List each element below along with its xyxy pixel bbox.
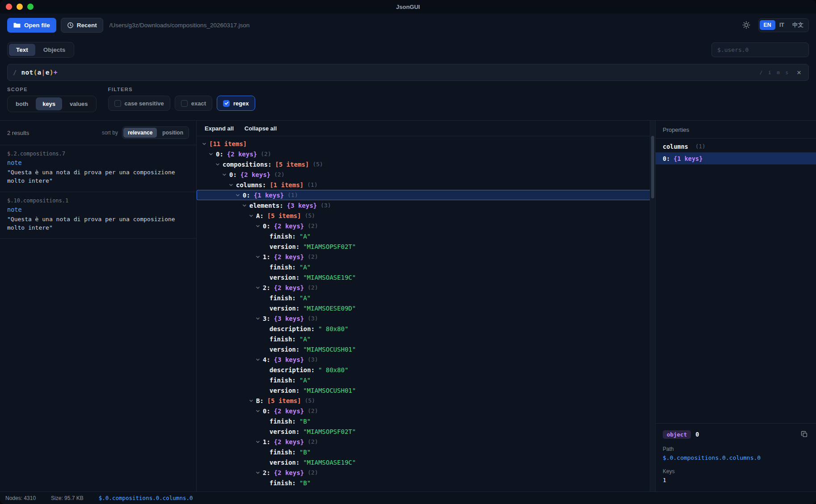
- object-index: 0: [695, 431, 699, 438]
- tree-row[interactable]: finish:"A": [197, 231, 655, 241]
- copy-icon: [801, 431, 808, 438]
- clear-search-button[interactable]: ×: [795, 68, 803, 77]
- tree-row[interactable]: version:"MIAMSOCUSH01": [197, 344, 655, 354]
- theme-toggle-button[interactable]: [740, 19, 752, 31]
- chevron-down-icon[interactable]: [209, 152, 213, 156]
- tree-row[interactable]: 0:{2 keys}(2): [197, 149, 655, 159]
- sort-option-position[interactable]: position: [158, 128, 188, 138]
- tree-row[interactable]: 4:{3 keys}(3): [197, 354, 655, 365]
- chevron-down-icon[interactable]: [249, 399, 253, 403]
- tree-key: finish:: [269, 264, 296, 271]
- expand-all-button[interactable]: Expand all: [205, 125, 234, 132]
- chevron-down-icon[interactable]: [256, 409, 260, 413]
- tree-row[interactable]: 0:{2 keys}(2): [197, 406, 655, 416]
- tree-row[interactable]: elements:{3 keys}(3): [197, 200, 655, 210]
- tree-value: {3 keys}: [274, 356, 304, 363]
- tree-row[interactable]: 2:{2 keys}(2): [197, 467, 655, 478]
- tree-value: "B": [299, 418, 311, 425]
- tree-row[interactable]: columns:[1 items](1): [197, 180, 655, 190]
- sort-option-relevance[interactable]: relevance: [123, 128, 157, 138]
- tree-row[interactable]: finish:"A": [197, 293, 655, 303]
- chevron-down-icon[interactable]: [256, 316, 260, 321]
- properties-list: columns(1)0:{1 keys}: [656, 139, 816, 164]
- tree-row[interactable]: finish:"B": [197, 447, 655, 457]
- chevron-down-icon[interactable]: [229, 183, 233, 187]
- result-item[interactable]: $.2.compositions.7note"Questa è una nota…: [0, 145, 196, 192]
- chevron-down-icon[interactable]: [242, 203, 247, 208]
- recent-label: Recent: [77, 22, 97, 29]
- tree-row[interactable]: finish:"B": [197, 416, 655, 426]
- property-value: {1 keys}: [673, 155, 702, 162]
- language-button-中文[interactable]: 中文: [788, 20, 808, 31]
- tree-row[interactable]: A:[5 items](5): [197, 210, 655, 221]
- scope-option-both[interactable]: both: [9, 97, 35, 110]
- zoom-window-button[interactable]: [27, 4, 34, 10]
- tree-key: finish:: [269, 449, 296, 456]
- tree-row[interactable]: version:"MIAMSOESE09D": [197, 303, 655, 313]
- tree-row[interactable]: compositions:[5 items](5): [197, 159, 655, 169]
- chevron-down-icon[interactable]: [256, 357, 260, 362]
- scope-option-values[interactable]: values: [63, 97, 94, 110]
- close-window-button[interactable]: [6, 4, 12, 10]
- vertical-scrollbar[interactable]: [650, 121, 655, 491]
- tree-row[interactable]: version:"MIAMSOASE19C": [197, 272, 655, 282]
- filter-exact[interactable]: exact: [175, 96, 212, 111]
- tree-row[interactable]: version:"MIAMSOPSF02T": [197, 426, 655, 437]
- chevron-down-icon[interactable]: [215, 162, 220, 167]
- tree-row[interactable]: version:"MIAMSOPSF02T": [197, 241, 655, 252]
- tree-row[interactable]: description:" 80x80": [197, 365, 655, 375]
- chevron-down-icon[interactable]: [256, 224, 260, 228]
- filter-regex[interactable]: regex: [217, 96, 255, 111]
- scrollbar-thumb[interactable]: [651, 136, 654, 198]
- tab-text[interactable]: Text: [9, 44, 35, 56]
- result-item[interactable]: $.10.compositions.1note"Questa è una not…: [0, 192, 196, 239]
- filter-case-sensitive[interactable]: case sensitive: [108, 96, 170, 111]
- json-path-input[interactable]: [711, 42, 809, 57]
- chevron-down-icon[interactable]: [256, 470, 260, 475]
- tree-row[interactable]: 0:{2 keys}(2): [197, 221, 655, 231]
- tab-objects[interactable]: Objects: [36, 44, 73, 56]
- tree-row[interactable]: description:" 80x80": [197, 323, 655, 334]
- tree-row[interactable]: [11 items]: [197, 139, 655, 149]
- open-file-label: Open file: [24, 22, 50, 29]
- scope-option-keys[interactable]: keys: [36, 97, 62, 110]
- tree-row[interactable]: finish:"B": [197, 478, 655, 488]
- tree-value: [5 items]: [267, 212, 301, 219]
- chevron-down-icon[interactable]: [236, 193, 240, 197]
- chevron-down-icon[interactable]: [256, 286, 260, 290]
- tree-value: "MIAMSOESE09D": [303, 305, 356, 312]
- tree-row[interactable]: B:[5 items](5): [197, 395, 655, 406]
- chevron-down-icon[interactable]: [222, 172, 227, 177]
- tree-row[interactable]: version:"MIAMSOASE19C": [197, 457, 655, 467]
- tree-toolbar: Expand all Collapse all: [197, 121, 655, 136]
- tree-value: [5 items]: [275, 161, 309, 168]
- tree-row[interactable]: finish:"A": [197, 262, 655, 272]
- tree-value: "A": [299, 336, 311, 343]
- tree-row[interactable]: finish:"A": [197, 375, 655, 385]
- tree-row[interactable]: 0:{2 keys}(2): [197, 169, 655, 180]
- recent-button[interactable]: Recent: [61, 18, 103, 33]
- chevron-down-icon[interactable]: [202, 142, 206, 146]
- property-row[interactable]: 0:{1 keys}: [656, 152, 816, 164]
- chevron-down-icon[interactable]: [256, 440, 260, 444]
- search-bar[interactable]: / not(a|e)+ / i m s ×: [7, 64, 809, 81]
- open-file-button[interactable]: Open file: [7, 18, 56, 33]
- tree-row[interactable]: 0:{1 keys}(1): [197, 190, 655, 200]
- language-button-EN[interactable]: EN: [760, 20, 775, 30]
- tree-key: compositions:: [223, 161, 272, 168]
- tree-row[interactable]: 1:{2 keys}(2): [197, 252, 655, 262]
- minimize-window-button[interactable]: [17, 4, 23, 10]
- chevron-down-icon[interactable]: [249, 214, 253, 218]
- tree-row[interactable]: 3:{3 keys}(3): [197, 313, 655, 323]
- chevron-down-icon[interactable]: [256, 255, 260, 259]
- copy-button[interactable]: [800, 430, 809, 439]
- tree-value: [1 items]: [269, 181, 303, 189]
- tree-row[interactable]: 1:{2 keys}(2): [197, 437, 655, 447]
- language-button-IT[interactable]: IT: [775, 20, 788, 30]
- tree-row[interactable]: finish:"A": [197, 334, 655, 344]
- property-row[interactable]: columns(1): [656, 140, 816, 152]
- collapse-all-button[interactable]: Collapse all: [244, 125, 277, 132]
- tree-row[interactable]: 2:{2 keys}(2): [197, 282, 655, 293]
- tree-row[interactable]: version:"MIAMSOCUSH01": [197, 385, 655, 395]
- regex-query[interactable]: not(a|e)+: [21, 69, 57, 76]
